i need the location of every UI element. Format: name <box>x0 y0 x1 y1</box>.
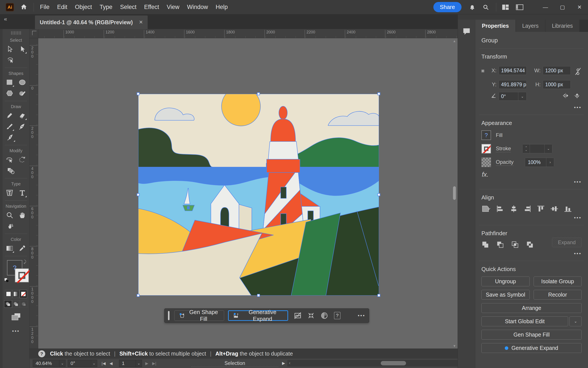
menu-effect[interactable]: Effect <box>144 4 159 10</box>
pathfinder-exclude-icon[interactable] <box>526 241 534 250</box>
rotate-view-tool-icon[interactable] <box>6 221 16 231</box>
ungroup-button[interactable]: Ungroup <box>481 276 530 286</box>
appearance-more-options-icon[interactable] <box>481 179 582 185</box>
pathfinder-expand-button[interactable]: Expand <box>552 238 582 247</box>
artboard-number-dropdown[interactable]: 1 ⌄ <box>119 360 142 367</box>
generative-expand-button[interactable]: Generative Expand <box>228 310 288 321</box>
hide-image-icon[interactable] <box>294 312 302 320</box>
eyedropper-tool-icon[interactable] <box>17 243 27 253</box>
first-artboard-icon[interactable]: |◀ <box>101 361 106 366</box>
next-artboard-icon[interactable]: ▶ <box>145 361 148 366</box>
scroll-down-icon[interactable]: ▼ <box>453 344 456 348</box>
search-icon[interactable] <box>483 4 489 10</box>
link-proportions-icon[interactable] <box>574 67 582 77</box>
height-input[interactable]: 1000 px <box>543 80 571 89</box>
align-left-icon[interactable] <box>496 205 504 214</box>
polygon-tool-icon[interactable] <box>5 88 15 98</box>
document-tab-close-icon[interactable]: ✕ <box>139 19 143 25</box>
menu-view[interactable]: View <box>167 4 179 10</box>
paintbrush-tool-icon[interactable] <box>5 121 15 131</box>
beta-globe-icon[interactable] <box>321 312 328 320</box>
fx-effects-icon[interactable]: fx. <box>482 171 582 178</box>
zoom-tool-icon[interactable] <box>5 210 15 220</box>
x-input[interactable]: 1994.5744 <box>499 66 527 75</box>
menu-help[interactable]: Help <box>216 4 228 10</box>
gradient-button[interactable] <box>12 290 20 298</box>
hand-tool-icon[interactable] <box>17 210 27 220</box>
artwork-canvas[interactable] <box>138 94 379 295</box>
align-more-options-icon[interactable] <box>481 215 582 221</box>
none-button[interactable] <box>20 290 27 298</box>
rotation-dropdown[interactable]: 0° ⌄ <box>68 360 97 367</box>
direct-selection-tool-icon[interactable] <box>17 44 27 54</box>
swap-fill-stroke-icon[interactable]: ⤸ <box>24 259 26 264</box>
smooth-tool-icon[interactable] <box>5 155 15 165</box>
comments-icon[interactable] <box>462 27 471 35</box>
rotate-tool-icon[interactable] <box>17 155 27 165</box>
pathfinder-intersect-icon[interactable] <box>511 241 519 250</box>
pathfinder-unite-icon[interactable] <box>481 241 490 250</box>
illustrator-logo-icon[interactable]: Ai <box>6 3 14 11</box>
generative-expand-quick-button[interactable]: Generative Expand <box>481 343 582 353</box>
lasso-selection-tool-icon[interactable] <box>6 55 16 65</box>
reference-point-selector[interactable] <box>481 65 484 77</box>
collapse-bar-icon[interactable] <box>307 312 315 319</box>
status-field[interactable]: Selection ▶ <box>191 360 278 367</box>
chevron-down-icon[interactable]: ⌄ <box>91 360 97 367</box>
window-minimize-button[interactable]: — <box>537 1 554 14</box>
home-icon[interactable] <box>20 3 27 11</box>
gen-shape-fill-quick-button[interactable]: Gen Shape Fill <box>481 330 582 340</box>
last-artboard-icon[interactable]: ▶| <box>152 361 156 366</box>
opacity-field[interactable]: 100% › <box>525 158 554 167</box>
pathfinder-more-options-icon[interactable] <box>481 251 582 256</box>
draw-normal-icon[interactable] <box>4 300 12 308</box>
selection-handle[interactable] <box>377 193 380 196</box>
opacity-swatch-icon[interactable] <box>481 157 491 167</box>
selection-handle[interactable] <box>137 92 139 95</box>
transform-more-options-icon[interactable] <box>481 105 582 110</box>
taskbar-drag-handle[interactable] <box>168 311 169 320</box>
taskbar-menu-icon[interactable] <box>346 313 352 319</box>
align-to-selection-dropdown[interactable] <box>481 205 491 214</box>
y-input[interactable]: 491.8979 p <box>499 80 527 89</box>
stroke-weight-input[interactable] <box>530 144 544 153</box>
play-icon[interactable]: ▶ <box>282 361 285 366</box>
width-input[interactable]: 1200 px <box>543 66 571 75</box>
save-as-symbol-button[interactable]: Save as Symbol <box>481 290 530 300</box>
recolor-button[interactable]: Recolor <box>534 290 582 300</box>
selection-handle[interactable] <box>377 92 380 95</box>
vertical-scrollbar-thumb[interactable] <box>453 186 456 200</box>
selection-handle[interactable] <box>257 92 260 95</box>
menu-select[interactable]: Select <box>120 4 137 10</box>
rotation-angle-dropdown[interactable]: 0° ⌄ <box>499 92 527 101</box>
draw-inside-icon[interactable] <box>20 300 28 308</box>
appearance-fill-swatch[interactable]: ? <box>481 130 491 140</box>
chevron-right-icon[interactable]: › <box>546 158 554 167</box>
panel-switcher-icon[interactable] <box>516 4 523 10</box>
ellipse-tool-icon[interactable] <box>17 77 27 87</box>
taskbar-help-icon[interactable]: ? <box>334 312 340 319</box>
share-button[interactable]: Share <box>433 2 461 12</box>
align-right-icon[interactable] <box>523 205 531 214</box>
menu-file[interactable]: File <box>40 4 50 10</box>
eraser-tool-icon[interactable] <box>17 110 27 120</box>
default-fill-stroke-icon[interactable] <box>4 278 9 283</box>
fountain-pen-tool-icon[interactable] <box>17 121 27 131</box>
notifications-bell-icon[interactable] <box>469 4 476 10</box>
ruler-origin-corner[interactable] <box>29 29 38 38</box>
menu-type[interactable]: Type <box>100 4 112 10</box>
collapse-toolbar-icon[interactable]: « <box>4 16 7 22</box>
chevron-down-icon[interactable]: ⌄ <box>136 360 142 367</box>
taskbar-more-icon[interactable] <box>358 313 365 318</box>
scroll-left-icon[interactable]: ‹ <box>289 360 291 365</box>
menu-edit[interactable]: Edit <box>57 4 67 10</box>
horizontal-scrollbar-thumb[interactable] <box>381 361 406 365</box>
tab-layers[interactable]: Layers <box>516 20 545 32</box>
align-vertical-center-icon[interactable] <box>551 205 558 214</box>
ruler-horizontal[interactable]: 1000120014001600180020002200240026002800 <box>38 29 458 38</box>
chevron-down-icon[interactable]: ⌄ <box>518 92 526 101</box>
tab-libraries[interactable]: Libraries <box>545 20 580 32</box>
artboard-tool-icon[interactable] <box>3 313 29 321</box>
help-badge-icon[interactable]: ? <box>38 350 45 357</box>
selection-tool-icon[interactable] <box>5 44 15 54</box>
